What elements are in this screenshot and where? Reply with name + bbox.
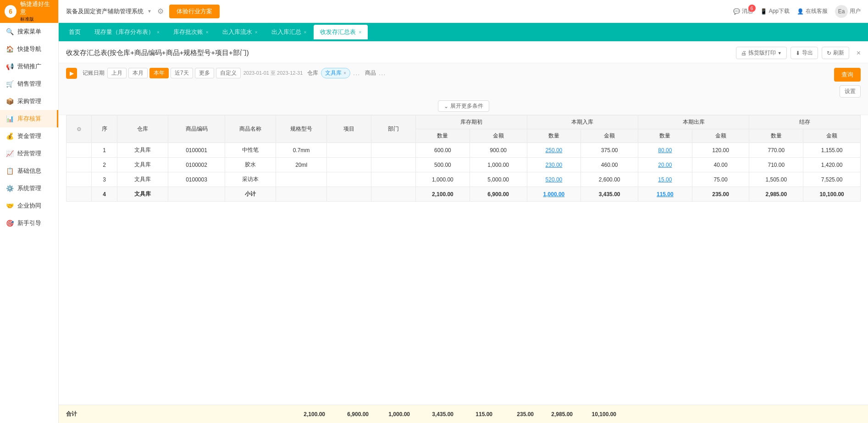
- row2-warehouse: 文具库: [117, 158, 168, 172]
- in-qty-header: 数量: [527, 129, 581, 143]
- logo-icon: 6: [5, 5, 17, 18]
- row1-out-qty[interactable]: 80.00: [638, 143, 692, 158]
- tab-close-inout-flow[interactable]: ×: [255, 30, 258, 35]
- date-more[interactable]: 更多: [195, 68, 214, 78]
- seq-col-header: 序: [92, 115, 117, 143]
- expand-icon: ⌄: [444, 103, 448, 110]
- subtotal-empty2: [276, 187, 327, 202]
- dept-col-header: 部门: [371, 115, 416, 143]
- marketing-icon: 📢: [6, 63, 14, 70]
- subtotal-name: 小计: [225, 187, 276, 202]
- inventory-icon: 📊: [6, 115, 14, 122]
- tab-home[interactable]: 首页: [62, 25, 87, 39]
- app-download-btn[interactable]: 📱 App下载: [760, 7, 790, 15]
- sidebar: 6 畅捷通好生意 标准版 🔍 搜索菜单 🏠 快捷导航 📢 营销推广 🛒 销售管理…: [0, 0, 59, 423]
- total-out-amt: 235.00: [492, 411, 534, 418]
- main-table: ⚙ 序 仓库 商品编码 商品名称 规格型号 项目 部门 库存期初 本期入库 本期…: [66, 115, 861, 202]
- sidebar-item-purchase[interactable]: 📦 采购管理: [0, 93, 58, 110]
- tab-close-stock-dist[interactable]: ×: [157, 30, 160, 35]
- total-bal-amt: 10,100.00: [573, 411, 616, 418]
- sidebar-item-collab[interactable]: 🤝 企业协同: [0, 197, 58, 214]
- row3-spec: [276, 172, 327, 187]
- phone-icon: 📱: [760, 8, 767, 15]
- message-btn[interactable]: 💬 消息 6: [733, 7, 753, 15]
- sidebar-item-sales[interactable]: 🛒 销售管理: [0, 75, 58, 93]
- subtotal-row: 4 文具库 小计 2,100.00 6,900.00 1,000.00 3,43…: [66, 187, 861, 202]
- tab-inout-summary[interactable]: 出入库汇总 ×: [265, 25, 313, 39]
- dropdown-icon: ▼: [147, 9, 152, 14]
- basic-icon: 📋: [6, 167, 14, 175]
- code-col-header: 商品编码: [168, 115, 225, 143]
- row1-init-qty: 600.00: [416, 143, 470, 158]
- tab-stock-dist[interactable]: 现存量（库存分布表） ×: [88, 25, 166, 39]
- setting-button[interactable]: 设置: [840, 85, 861, 98]
- init-stock-header: 库存期初: [416, 115, 527, 129]
- message-icon: 💬: [733, 8, 740, 15]
- page-header: 收发存汇总表(按仓库+商品编码+商品+规格型号+项目+部门) 🖨 拣货版打印 ▼…: [59, 41, 868, 63]
- refresh-icon: ↻: [827, 50, 831, 56]
- balance-header: 结存: [749, 115, 861, 129]
- sidebar-item-operations[interactable]: 📈 经营管理: [0, 145, 58, 162]
- tab-close-inout-summary[interactable]: ×: [304, 30, 307, 35]
- page-close-button[interactable]: ×: [857, 49, 861, 57]
- tab-inout-flow[interactable]: 出入库流水 ×: [216, 25, 264, 39]
- row2-in-qty[interactable]: 230.00: [527, 158, 581, 172]
- home-icon: 🏠: [6, 45, 14, 53]
- subtotal-empty1: [168, 187, 225, 202]
- project-col-header: 项目: [327, 115, 371, 143]
- sidebar-item-inventory[interactable]: 📊 库存核算: [0, 110, 58, 127]
- sidebar-item-guide[interactable]: 🎯 新手引导: [0, 214, 58, 232]
- subtotal-bal-qty: 2,985.00: [749, 187, 803, 202]
- in-amt-header: 金额: [581, 129, 638, 143]
- warehouse-tag-close[interactable]: ×: [343, 71, 346, 76]
- date-last-month[interactable]: 上月: [107, 68, 127, 78]
- row2-code: 0100002: [168, 158, 225, 172]
- row2-seq: 2: [92, 158, 117, 172]
- tab-recv-send[interactable]: 收发存汇总表 ×: [314, 25, 368, 39]
- goods-filter-dots[interactable]: ...: [379, 70, 386, 77]
- date-this-year[interactable]: 本年: [149, 68, 169, 78]
- init-qty-header: 数量: [416, 129, 470, 143]
- table-row: 1 文具库 0100001 中性笔 0.7mm 600.00 900.00 25…: [66, 143, 861, 158]
- row1-code: 0100001: [168, 143, 225, 158]
- expand-conditions-btn[interactable]: ⌄ 展开更多条件: [438, 100, 489, 112]
- subtotal-out-qty[interactable]: 115.00: [638, 187, 692, 202]
- subtotal-in-qty[interactable]: 1,000.00: [527, 187, 581, 202]
- date-7days[interactable]: 近7天: [171, 68, 193, 78]
- user-btn[interactable]: Ea 用户: [835, 5, 861, 18]
- query-button[interactable]: 查询: [834, 68, 861, 82]
- subtotal-seq: 4: [92, 187, 117, 202]
- settings-col-header[interactable]: ⚙: [66, 115, 92, 143]
- tab-batch[interactable]: 库存批次账 ×: [167, 25, 215, 39]
- row2-out-qty[interactable]: 20.00: [638, 158, 692, 172]
- trial-button[interactable]: 体验行业方案: [169, 5, 220, 18]
- date-custom[interactable]: 自定义: [216, 68, 241, 78]
- row1-in-qty[interactable]: 250.00: [527, 143, 581, 158]
- row2-out-amt: 40.00: [692, 158, 749, 172]
- row3-bal-qty: 1,505.00: [749, 172, 803, 187]
- filter-toggle-btn[interactable]: ▶: [66, 68, 77, 79]
- row3-in-qty[interactable]: 520.00: [527, 172, 581, 187]
- print-button[interactable]: 🖨 拣货版打印 ▼: [736, 47, 787, 59]
- row1-spec: 0.7mm: [276, 143, 327, 158]
- warehouse-filter-dots[interactable]: ...: [353, 70, 360, 77]
- subtotal-in-amt: 3,435.00: [581, 187, 638, 202]
- row3-code: 0100003: [168, 172, 225, 187]
- main-content: 装备及固定资产辅助管理系统 ▼ ⚙ 体验行业方案 💬 消息 6 📱 App下载 …: [59, 0, 868, 423]
- tab-close-recv-send[interactable]: ×: [359, 30, 361, 35]
- sidebar-item-finance[interactable]: 💰 资金管理: [0, 127, 58, 145]
- date-this-month[interactable]: 本月: [128, 68, 148, 78]
- sidebar-item-quick[interactable]: 🏠 快捷导航: [0, 40, 58, 58]
- row3-out-qty[interactable]: 15.00: [638, 172, 692, 187]
- sidebar-item-marketing[interactable]: 📢 营销推广: [0, 58, 58, 75]
- tab-close-batch[interactable]: ×: [206, 30, 209, 35]
- refresh-button[interactable]: ↻ 刷新: [822, 47, 849, 59]
- sidebar-item-basic[interactable]: 📋 基础信息: [0, 162, 58, 180]
- sidebar-item-system[interactable]: ⚙️ 系统管理: [0, 180, 58, 197]
- sidebar-item-search[interactable]: 🔍 搜索菜单: [0, 23, 58, 40]
- online-service-btn[interactable]: 👤 在线客服: [797, 7, 828, 15]
- row3-name: 采访本: [225, 172, 276, 187]
- export-button[interactable]: ⬇ 导出: [791, 47, 818, 59]
- bal-amt-header: 金额: [803, 129, 861, 143]
- settings-gear-icon[interactable]: ⚙: [157, 7, 164, 16]
